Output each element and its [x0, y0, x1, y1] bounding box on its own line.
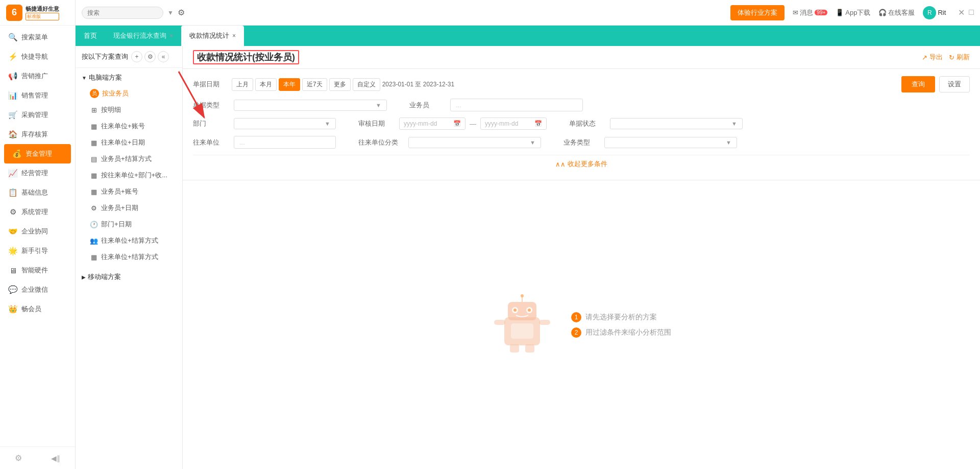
right-content: 收款情况统计(按业务员) ↗ 导出 ↻ 刷新 单据日期	[183, 46, 980, 469]
tab-bank-flow[interactable]: 现金银行流水查询 ×	[105, 26, 181, 46]
sidebar-item-basic-info[interactable]: 📋 基础信息	[0, 183, 75, 202]
sidebar-nav: 🔍 搜索菜单 ⚡ 快捷导航 📢 营销推广 📊 销售管理 🛒 采购管理 🏠 库存核…	[0, 26, 75, 447]
sidebar-item-marketing[interactable]: 📢 营销推广	[0, 66, 75, 86]
empty-content: 1 请先选择要分析的方案 2 用过滤条件来缩小分析范围	[492, 292, 671, 358]
app-download-btn[interactable]: 📱 App下载	[836, 8, 870, 17]
sidebar-item-finance[interactable]: 💰 资金管理	[4, 144, 71, 163]
date-btn-this-month[interactable]: 本月	[255, 78, 277, 91]
review-date-label: 审核日期	[358, 119, 389, 128]
user-avatar[interactable]: R Rit	[923, 6, 946, 19]
sidebar-logo: 6 畅捷通好生意 标准版	[0, 0, 75, 26]
scheme-item-salesperson-settlement[interactable]: ▤ 业务员+结算方式	[76, 151, 182, 167]
tab-collection-stats[interactable]: 收款情况统计 ×	[181, 26, 244, 46]
scheme-section-desktop-title[interactable]: ▼ 电脑端方案	[76, 70, 182, 85]
refresh-btn[interactable]: ↻ 刷新	[949, 53, 970, 62]
date-btn-custom[interactable]: 自定义	[353, 78, 380, 91]
sidebar-item-label: 企业微信	[21, 285, 48, 294]
sidebar-item-operation[interactable]: 📈 经营管理	[0, 163, 75, 183]
online-service-label: 在线客服	[888, 8, 915, 17]
empty-state: 1 请先选择要分析的方案 2 用过滤条件来缩小分析范围	[183, 180, 980, 469]
scheme-section-mobile-title[interactable]: ▶ 移动端方案	[76, 269, 182, 285]
date-btn-more[interactable]: 更多	[329, 78, 351, 91]
page-header-actions: ↗ 导出 ↻ 刷新	[922, 53, 970, 62]
sidebar-item-label: 智能硬件	[21, 266, 48, 275]
collapse-more-btn[interactable]: ∧∧ 收起更多条件	[193, 155, 970, 173]
online-service-btn[interactable]: 🎧 在线客服	[878, 8, 915, 17]
tab-home[interactable]: 首页	[76, 26, 105, 46]
svg-rect-12	[511, 323, 533, 339]
people-icon: 👥	[90, 237, 98, 245]
sidebar-settings-btn[interactable]: ⚙	[15, 453, 22, 463]
sidebar-collapse-btn[interactable]: ◀∥	[51, 454, 60, 462]
scheme-collapse-btn[interactable]: «	[158, 51, 169, 62]
avatar: R	[923, 6, 936, 19]
flash-icon: ⚡	[8, 52, 17, 61]
scheme-add-btn[interactable]: +	[131, 51, 142, 62]
topbar-settings-icon[interactable]: ⚙	[178, 8, 185, 17]
messages-btn[interactable]: ✉ 消息 99+	[793, 8, 827, 17]
sidebar-item-search-menu[interactable]: 🔍 搜索菜单	[0, 28, 75, 47]
sidebar-item-label: 资金管理	[26, 149, 52, 158]
partner-select[interactable]: ...	[234, 136, 336, 149]
scheme-item-salesperson-date[interactable]: ⚙ 业务员+日期	[76, 200, 182, 216]
salesperson-select[interactable]: ...	[450, 99, 583, 111]
date-btn-this-year[interactable]: 本年	[279, 78, 300, 91]
scheme-settings-btn[interactable]: ⚙	[144, 51, 156, 62]
export-label: 导出	[929, 53, 943, 62]
section-mobile-label: 移动端方案	[88, 272, 121, 282]
date-btn-last-month[interactable]: 上月	[232, 78, 253, 91]
sidebar-item-quick-nav[interactable]: ⚡ 快捷导航	[0, 47, 75, 66]
close-window-btn[interactable]: ✕	[958, 8, 965, 17]
filter-settings-btn[interactable]: 设置	[939, 76, 970, 92]
export-btn[interactable]: ↗ 导出	[922, 53, 943, 62]
tab-bank-flow-close[interactable]: ×	[169, 32, 173, 39]
topbar-left: ▼ ⚙	[82, 7, 185, 19]
scheme-item-unit-account[interactable]: ▦ 往来单位+账号	[76, 118, 182, 134]
sidebar-item-system[interactable]: ⚙ 系统管理	[0, 202, 75, 222]
scheme-item-unit-date[interactable]: ▦ 往来单位+日期	[76, 134, 182, 151]
partner-category-select[interactable]: ▼	[408, 137, 541, 148]
scheme-item-unit-settle1[interactable]: 👥 往来单位+结算方式	[76, 232, 182, 249]
doc-type-select[interactable]: ▼	[234, 100, 387, 111]
partner-cat-arrow: ▼	[530, 139, 535, 146]
dept-select[interactable]: ▼	[234, 118, 336, 129]
date-btn-7days[interactable]: 近7天	[302, 78, 327, 91]
query-btn[interactable]: 查询	[901, 76, 935, 92]
scheme-item-unit-dept[interactable]: ▦ 按往来单位+部门+收...	[76, 167, 182, 183]
scheme-item-by-detail[interactable]: ⊞ 按明细	[76, 102, 182, 118]
sidebar-item-purchase[interactable]: 🛒 采购管理	[0, 105, 75, 125]
tab-collection-stats-close[interactable]: ×	[232, 32, 236, 39]
house-icon: 🏠	[8, 130, 17, 139]
sidebar-item-sales[interactable]: 📊 销售管理	[0, 86, 75, 105]
review-date-start[interactable]: yyyy-mm-dd 📅	[399, 118, 465, 130]
sidebar-item-hardware[interactable]: 🖥 智能硬件	[0, 261, 75, 280]
sidebar-item-inventory[interactable]: 🏠 库存核算	[0, 125, 75, 144]
table4-icon: ▦	[90, 187, 98, 196]
scheme-panel: 按以下方案查询 + ⚙ « ▼ 电脑端方案 员 按业务员 ⊞	[76, 46, 183, 469]
chevron-down-icon: ▼	[82, 75, 87, 81]
sidebar-item-guide[interactable]: 🌟 新手引导	[0, 241, 75, 261]
maximize-window-btn[interactable]: □	[969, 8, 974, 17]
money-icon: 💰	[12, 149, 21, 158]
scheme-section-mobile: ▶ 移动端方案	[76, 267, 182, 287]
topbar-dropdown-icon[interactable]: ▼	[167, 9, 174, 16]
trial-btn[interactable]: 体验行业方案	[730, 5, 785, 20]
scheme-item-salesperson-account[interactable]: ▦ 业务员+账号	[76, 183, 182, 200]
business-type-select[interactable]: ▼	[604, 137, 737, 148]
review-date-end[interactable]: yyyy-mm-dd 📅	[480, 118, 547, 130]
tab-collection-stats-label: 收款情况统计	[189, 31, 229, 40]
scheme-header-title: 按以下方案查询	[82, 52, 128, 61]
scheme-item-label: 业务员+日期	[101, 203, 138, 213]
topbar-search-input[interactable]	[82, 7, 163, 19]
grid-icon: ⊞	[90, 106, 98, 114]
doc-status-select[interactable]: ▼	[610, 118, 743, 129]
scheme-item-by-salesperson[interactable]: 员 按业务员	[76, 85, 182, 102]
scheme-item-dept-date[interactable]: 🕐 部门+日期	[76, 216, 182, 232]
filter-area: 单据日期 上月 本月 本年 近7天 更多 自定义 2023-01-01 至 20…	[183, 69, 980, 180]
sidebar-item-cooperation[interactable]: 🤝 企业协同	[0, 222, 75, 241]
sidebar-item-member[interactable]: 👑 畅会员	[0, 299, 75, 319]
scheme-item-unit-settle2[interactable]: ▦ 往来单位+结算方式	[76, 249, 182, 265]
sidebar-item-wechat[interactable]: 💬 企业微信	[0, 280, 75, 299]
empty-hint-1: 1 请先选择要分析的方案	[571, 312, 671, 322]
sidebar-item-label: 基础信息	[21, 188, 48, 197]
